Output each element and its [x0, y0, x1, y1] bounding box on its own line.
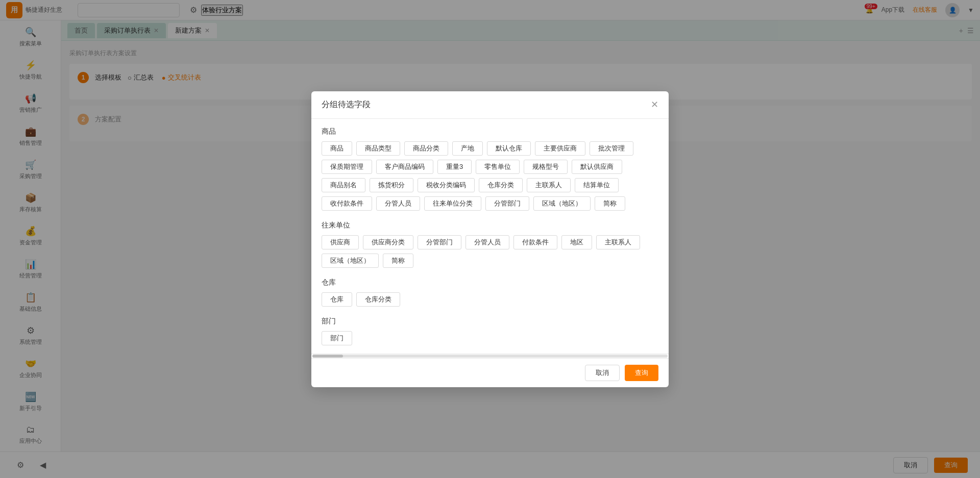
field-tag[interactable]: 拣货积分 [370, 178, 413, 192]
group-product-title: 商品 [322, 127, 658, 136]
field-tag[interactable]: 分管人员 [465, 235, 509, 249]
field-tag[interactable]: 分管部门 [418, 235, 461, 249]
field-tag[interactable]: 分管部门 [485, 196, 529, 211]
field-tag[interactable]: 主要供应商 [535, 141, 585, 156]
field-tag[interactable]: 零售单位 [476, 160, 520, 174]
modal-header: 分组待选字段 ✕ [311, 91, 669, 119]
field-tag[interactable]: 产地 [452, 141, 483, 156]
modal-confirm-button[interactable]: 查询 [625, 365, 658, 381]
field-tag[interactable]: 结算单位 [575, 178, 619, 192]
field-tag[interactable]: 供应商分类 [363, 235, 413, 249]
field-tag[interactable]: 重量3 [437, 160, 472, 174]
field-tag[interactable]: 批次管理 [590, 141, 633, 156]
group-product-fields: 商品 商品类型 商品分类 产地 默认仓库 主要供应商 批次管理 保质期管理 客户… [322, 141, 658, 211]
field-tag[interactable]: 商品别名 [322, 178, 365, 192]
field-select-modal: 分组待选字段 ✕ 商品 商品 商品类型 商品分类 产地 默认仓库 主要供应商 批… [311, 91, 669, 387]
group-partner: 往来单位 供应商 供应商分类 分管部门 分管人员 付款条件 地区 主联系人 区域… [322, 221, 658, 268]
field-tag[interactable]: 税收分类编码 [418, 178, 475, 192]
field-tag[interactable]: 客户商品编码 [376, 160, 433, 174]
field-tag[interactable]: 收付款条件 [322, 196, 372, 211]
modal-body: 商品 商品 商品类型 商品分类 产地 默认仓库 主要供应商 批次管理 保质期管理… [311, 119, 669, 354]
field-tag[interactable]: 仓库分类 [479, 178, 523, 192]
field-tag[interactable]: 仓库分类 [356, 292, 400, 307]
group-partner-title: 往来单位 [322, 221, 658, 230]
modal-title: 分组待选字段 [322, 99, 371, 110]
modal-cancel-button[interactable]: 取消 [585, 365, 620, 381]
field-tag[interactable]: 往来单位分类 [424, 196, 481, 211]
field-tag[interactable]: 区域（地区） [533, 196, 591, 211]
group-partner-fields: 供应商 供应商分类 分管部门 分管人员 付款条件 地区 主联系人 区域（地区） … [322, 235, 658, 268]
field-tag[interactable]: 商品分类 [404, 141, 448, 156]
hscroll-track [312, 355, 668, 358]
field-tag[interactable]: 规格型号 [524, 160, 568, 174]
field-tag[interactable]: 保质期管理 [322, 160, 372, 174]
hscroll-thumb [312, 355, 343, 358]
modal-footer: 取消 查询 [311, 358, 669, 387]
group-department-fields: 部门 [322, 331, 658, 345]
field-tag[interactable]: 区域（地区） [322, 254, 379, 268]
field-tag[interactable]: 仓库 [322, 292, 352, 307]
group-department-title: 部门 [322, 317, 658, 326]
field-tag[interactable]: 地区 [561, 235, 592, 249]
field-tag[interactable]: 简称 [383, 254, 413, 268]
field-tag[interactable]: 商品 [322, 141, 352, 156]
field-tag[interactable]: 商品类型 [356, 141, 400, 156]
group-department: 部门 部门 [322, 317, 658, 345]
modal-overlay: 分组待选字段 ✕ 商品 商品 商品类型 商品分类 产地 默认仓库 主要供应商 批… [0, 0, 980, 478]
modal-horizontal-scrollbar[interactable] [311, 354, 669, 358]
group-warehouse: 仓库 仓库 仓库分类 [322, 278, 658, 307]
field-tag[interactable]: 付款条件 [513, 235, 557, 249]
field-tag[interactable]: 分管人员 [376, 196, 420, 211]
group-warehouse-title: 仓库 [322, 278, 658, 287]
field-tag[interactable]: 简称 [595, 196, 625, 211]
group-product: 商品 商品 商品类型 商品分类 产地 默认仓库 主要供应商 批次管理 保质期管理… [322, 127, 658, 211]
field-tag[interactable]: 部门 [322, 331, 352, 345]
field-tag[interactable]: 默认仓库 [487, 141, 531, 156]
field-tag[interactable]: 主联系人 [596, 235, 640, 249]
field-tag[interactable]: 默认供应商 [572, 160, 622, 174]
field-tag[interactable]: 主联系人 [527, 178, 571, 192]
group-warehouse-fields: 仓库 仓库分类 [322, 292, 658, 307]
modal-close-button[interactable]: ✕ [651, 100, 658, 109]
field-tag[interactable]: 供应商 [322, 235, 359, 249]
